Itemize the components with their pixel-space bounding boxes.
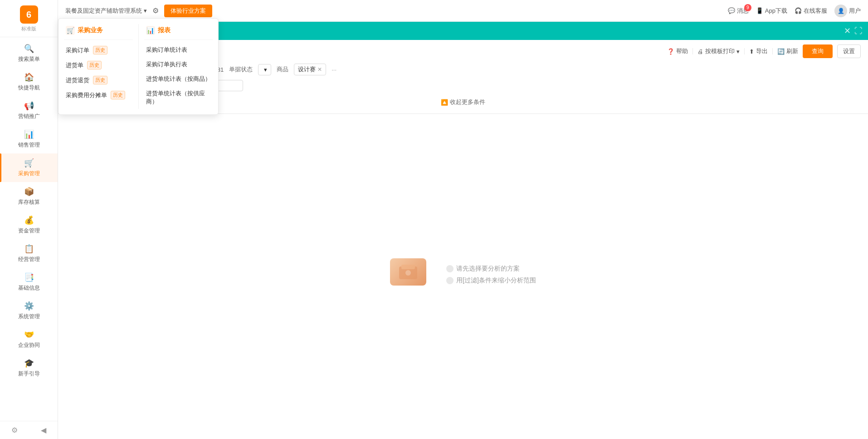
report-col: 📊 报表 采购订单统计表 采购订单执行表 进货单统计表（按商品） 进货单统计表（… [138,24,219,109]
operation-icon: 📋 [24,244,34,254]
finance-icon: 💰 [24,215,34,225]
empty-illustration [390,258,435,295]
topbar-settings-icon[interactable]: ⚙ [152,6,159,15]
print-dropdown-icon: ▾ [736,48,740,55]
sidebar-label-search: 搜索菜单 [18,55,40,63]
hint-1: 请先选择要分析的方案 [446,265,536,273]
user-btn[interactable]: 👤 用户 [834,5,861,17]
system-icon: ⚙️ [24,301,34,311]
message-badge: 9 [744,4,751,11]
tabbar-maximize-icon[interactable]: ⛶ [854,26,863,36]
svg-point-2 [405,270,411,276]
message-icon: 💬 [728,7,735,14]
empty-hints: 请先选择要分析的方案 用[过滤]条件来缩小分析范围 [446,265,536,288]
divider2 [744,48,745,54]
global-settings-btn[interactable]: ⚙ [11,426,18,434]
sidebar-item-guide[interactable]: 🎓 新手引导 [0,354,58,382]
goods-tag-close[interactable]: ✕ [317,66,322,73]
phone-icon: 📱 [756,7,763,14]
coop-icon: 🤝 [24,330,34,340]
sidebar-item-inventory[interactable]: 📦 库存核算 [0,182,58,211]
message-btn[interactable]: 💬 9 消息 [728,7,749,15]
purchase-col-icon: 🛒 [66,26,75,35]
sidebar-item-quick[interactable]: 🏠 快捷导航 [0,68,58,96]
sidebar-item-search[interactable]: 🔍 搜索菜单 [0,39,58,68]
sidebar-item-purchase[interactable]: 🛒 采购管理 [0,153,58,182]
search-icon: 🔍 [24,44,34,54]
doc-status-select[interactable]: ▾ [258,64,271,75]
divider3 [772,48,773,54]
collapse-up-icon: 🔼 [441,99,448,106]
sidebar-item-sales[interactable]: 📊 销售管理 [0,125,58,153]
goods-return-item[interactable]: 进货退货 历史 [64,73,133,88]
divider [692,48,693,54]
print-icon: 🖨 [697,48,703,55]
industry-btn[interactable]: 体验行业方案 [164,5,212,17]
topbar-right: 💬 9 消息 📱 App下载 🎧 在线客服 👤 用户 [728,5,861,17]
purchase-order-item[interactable]: 采购订单 历史 [64,43,133,58]
system-title: 装餐及固定资产辅助管理系统 [65,7,142,15]
sidebar-item-marketing[interactable]: 📢 营销推广 [0,96,58,125]
marketing-icon: 📢 [24,101,34,111]
sidebar-collapse-btn[interactable]: ◀ [41,426,46,434]
home-icon: 🏠 [24,72,34,82]
purchase-icon: 🛒 [24,158,34,168]
empty-state: 请先选择要分析的方案 用[过滤]条件来缩小分析范围 [58,114,868,439]
tabbar-actions: ✕ ⛶ [844,26,866,36]
goods-receipt-by-supplier-item[interactable]: 进货单统计表（按供应商） [144,86,213,109]
history-badge-3: 历史 [111,91,125,99]
inventory-icon: 📦 [24,187,34,197]
export-btn[interactable]: ⬆ 导出 [749,47,768,55]
sidebar-nav: 🔍 搜索菜单 🏠 快捷导航 📢 营销推广 📊 销售管理 🛒 采购管理 📦 库存核… [0,37,58,421]
sidebar-item-coop[interactable]: 🤝 企业协同 [0,325,58,354]
service-icon: 🎧 [795,7,802,14]
logo-icon: 6 [20,5,38,24]
goods-tag[interactable]: 设计赛 ✕ [294,64,326,75]
history-badge-0: 历史 [93,46,107,54]
logo-subtitle: 标准版 [21,25,36,32]
doc-status-arrow: ▾ [264,66,267,73]
sidebar-item-finance[interactable]: 💰 资金管理 [0,211,58,239]
purchase-order-exec-item[interactable]: 采购订单执行表 [144,57,213,72]
avatar: 👤 [834,5,847,17]
help-btn[interactable]: ❓ 帮助 [667,47,688,55]
purchase-order-stat-item[interactable]: 采购订单统计表 [144,43,213,57]
goods-receipt-item[interactable]: 进货单 历史 [64,58,133,73]
hint-2: 用[过滤]条件来缩小分析范围 [446,276,536,285]
purchase-col: 🛒 采购业务 采购订单 历史 进货单 历史 进货退货 历史 采购费用分摊单 历史 [59,24,138,109]
svg-rect-1 [401,265,415,269]
goods-more-btn[interactable]: ··· [332,66,336,73]
print-btn[interactable]: 🖨 按模板打印 ▾ [697,47,740,55]
logo: 6 标准版 [0,0,58,37]
sidebar: 6 标准版 🔍 搜索菜单 🏠 快捷导航 📢 营销推广 📊 销售管理 🛒 采购管理… [0,0,58,439]
purchase-col-header: 🛒 采购业务 [64,24,133,40]
dropdown-arrow-icon: ▾ [144,7,147,14]
app-download-btn[interactable]: 📱 App下载 [756,7,787,15]
online-service-btn[interactable]: 🎧 在线客服 [795,7,827,15]
goods-receipt-by-goods-item[interactable]: 进货单统计表（按商品） [144,72,213,86]
export-icon: ⬆ [749,48,754,55]
refresh-icon: 🔄 [777,48,785,55]
system-title-dropdown[interactable]: 装餐及固定资产辅助管理系统 ▾ [65,7,147,15]
help-icon: ❓ [667,48,674,55]
tabbar-close-icon[interactable]: ✕ [844,26,851,36]
sidebar-item-base[interactable]: 📑 基础信息 [0,268,58,296]
main-area: 装餐及固定资产辅助管理系统 ▾ ⚙ 体验行业方案 💬 9 消息 📱 App下载 … [58,0,868,439]
filter-settings-btn[interactable]: 设置 [837,44,861,58]
purchase-dropdown-menu: 🛒 采购业务 采购订单 历史 进货单 历史 进货退货 历史 采购费用分摊单 历史 [58,18,219,115]
sales-icon: 📊 [24,129,34,139]
history-badge-1: 历史 [87,61,102,69]
guide-icon: 🎓 [24,358,34,368]
purchase-expense-item[interactable]: 采购费用分摊单 历史 [64,88,133,103]
base-icon: 📑 [24,272,34,282]
refresh-btn[interactable]: 🔄 刷新 [777,47,798,55]
sidebar-bottom: ⚙ ◀ [0,421,58,439]
sidebar-item-operation[interactable]: 📋 经营管理 [0,239,58,268]
history-badge-2: 历史 [93,76,107,84]
report-col-icon: 📊 [146,26,155,35]
report-col-header: 📊 报表 [144,24,213,40]
goods-label: 商品 [277,65,288,74]
doc-status-label: 单据状态 [229,65,253,74]
sidebar-item-system[interactable]: ⚙️ 系统管理 [0,296,58,325]
query-btn[interactable]: 查询 [803,44,833,58]
